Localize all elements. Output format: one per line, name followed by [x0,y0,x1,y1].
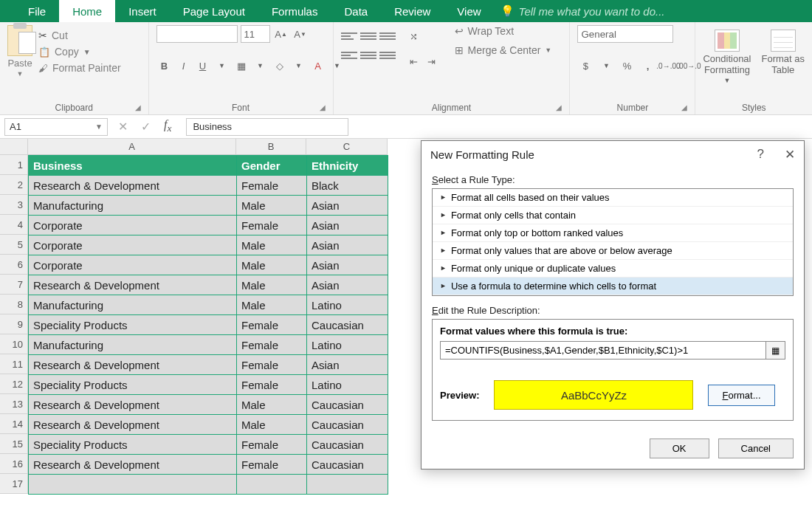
row-header[interactable]: 3 [0,195,28,215]
increase-font-icon[interactable]: A▲ [273,26,289,42]
cell[interactable] [29,475,237,495]
rule-type-item[interactable]: Format only values that are above or bel… [433,242,793,260]
enter-icon[interactable]: ✓ [141,120,151,134]
cell[interactable]: Asian [307,235,388,255]
cell[interactable]: Male [237,255,307,275]
cell[interactable]: Research & Development [29,355,237,375]
cell[interactable]: Caucasian [307,455,388,475]
close-icon[interactable]: ✕ [785,147,795,162]
align-top-button[interactable] [341,28,357,44]
fill-color-button[interactable]: ◇ [272,58,288,74]
rule-type-item[interactable]: Format only cells that contain [433,207,793,224]
help-icon[interactable]: ? [757,147,764,162]
cell[interactable]: Caucasian [307,435,388,455]
row-header[interactable]: 12 [0,374,28,394]
align-middle-button[interactable] [360,28,376,44]
cell[interactable]: Asian [307,255,388,275]
cell[interactable]: Corporate [29,255,237,275]
data-grid[interactable]: BusinessGenderEthnicityResearch & Develo… [28,155,388,495]
range-selector-icon[interactable]: ▦ [765,342,785,359]
cell[interactable]: Male [237,295,307,315]
row-header[interactable]: 8 [0,295,28,314]
cell[interactable]: Speciality Products [29,375,237,395]
header-cell[interactable]: Ethnicity [307,156,388,176]
merge-center-button[interactable]: ⊞Merge & Center▼ [455,44,552,56]
wrap-text-button[interactable]: ↩Wrap Text [455,25,552,37]
format-button[interactable]: Format... [708,385,774,406]
cell[interactable]: Speciality Products [29,315,237,335]
bold-button[interactable]: B [156,58,173,74]
rule-type-list[interactable]: Format all cells based on their values F… [432,188,794,296]
cell[interactable]: Corporate [29,216,237,235]
cell[interactable]: Latino [307,375,388,395]
formula-input[interactable]: Business [186,118,348,136]
row-header[interactable]: 16 [0,454,28,474]
chevron-down-icon[interactable]: ▼ [598,58,614,74]
fx-icon[interactable]: fx [164,118,171,134]
column-header[interactable]: C [306,139,388,155]
chevron-down-icon[interactable]: ▼ [724,77,731,84]
cell[interactable]: Latino [307,295,388,315]
cell[interactable]: Caucasian [307,315,388,335]
row-header[interactable]: 13 [0,394,28,414]
cell[interactable]: Male [237,235,307,255]
increase-decimal-button[interactable]: .0→.00 [660,58,676,74]
align-bottom-button[interactable] [379,28,396,44]
format-painter-button[interactable]: Format Painter [38,61,121,75]
tab-view[interactable]: View [444,0,494,22]
row-header[interactable]: 14 [0,414,28,434]
row-header[interactable]: 6 [0,255,28,275]
format-as-table-button[interactable]: Format as Table [761,30,805,75]
row-header[interactable]: 5 [0,235,28,255]
cell[interactable]: Asian [307,275,388,295]
comma-format-button[interactable]: , [639,58,656,74]
cell[interactable]: Female [237,355,307,375]
cell[interactable]: Speciality Products [29,435,237,455]
chevron-down-icon[interactable]: ▼ [252,58,269,74]
accounting-format-button[interactable]: $ [577,58,593,74]
copy-button[interactable]: Copy▼ [38,44,121,59]
font-color-button[interactable]: A [310,58,326,74]
cell[interactable]: Manufacturing [29,295,237,315]
dialog-launcher-icon[interactable]: ◢ [681,103,687,111]
cell[interactable]: Research & Development [29,275,237,295]
tab-home[interactable]: Home [59,0,115,22]
orientation-button[interactable]: ⤭ [406,28,422,44]
italic-button[interactable]: I [176,58,192,74]
row-header[interactable]: 7 [0,275,28,295]
borders-button[interactable]: ▦ [233,58,250,74]
chevron-down-icon[interactable]: ▼ [95,123,103,131]
header-cell[interactable]: Gender [237,156,307,176]
dialog-launcher-icon[interactable]: ◢ [320,103,326,111]
dialog-launcher-icon[interactable]: ◢ [556,103,562,111]
cell[interactable]: Female [237,455,307,475]
row-header[interactable]: 11 [0,354,28,374]
cancel-button[interactable]: Cancel [718,438,794,458]
align-center-button[interactable] [360,47,376,63]
column-header[interactable]: B [236,139,306,155]
font-size-input[interactable] [241,25,270,43]
formula-field[interactable] [441,342,765,359]
cell[interactable]: Male [237,275,307,295]
row-header[interactable]: 9 [0,314,28,334]
ok-button[interactable]: OK [650,438,709,458]
cell[interactable]: Manufacturing [29,196,237,216]
cell[interactable] [307,475,388,495]
cell[interactable]: Asian [307,216,388,235]
select-all-corner[interactable] [0,139,28,155]
cell[interactable]: Asian [307,196,388,216]
cell[interactable] [237,475,307,495]
row-header[interactable]: 1 [0,155,28,175]
chevron-down-icon[interactable]: ▼ [17,70,24,78]
tab-formulas[interactable]: Formulas [258,0,331,22]
cancel-icon[interactable]: ✕ [118,120,128,134]
cell[interactable]: Research & Development [29,455,237,475]
rule-type-item[interactable]: Format only top or bottom ranked values [433,224,793,242]
cell[interactable]: Female [237,375,307,395]
row-header[interactable]: 2 [0,175,28,195]
cell[interactable]: Male [237,196,307,216]
decrease-decimal-button[interactable]: .00→.0 [681,58,697,74]
decrease-font-icon[interactable]: A▼ [292,26,309,42]
tab-file[interactable]: File [15,0,59,22]
underline-button[interactable]: U [195,58,211,74]
